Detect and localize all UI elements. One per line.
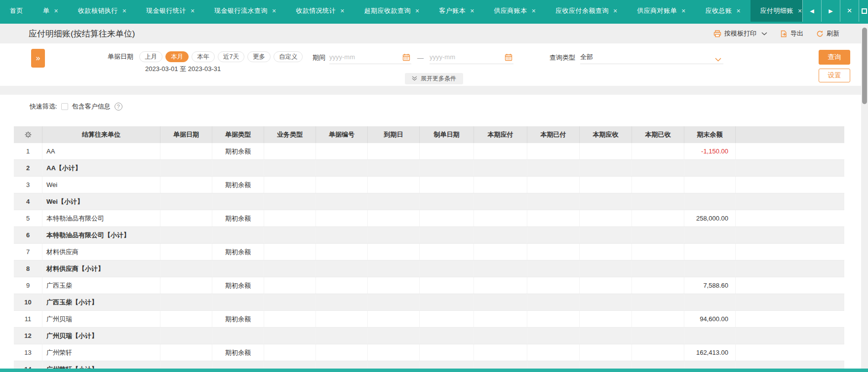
cell-receivable [580,260,632,277]
cell-create-date [420,311,474,327]
tab[interactable]: 供应商对账单× [627,0,695,22]
column-header[interactable]: 单据编号 [316,126,368,143]
cell-doc-date [160,210,212,226]
calendar-icon[interactable] [505,53,513,63]
table-row[interactable]: 4Wei【小计】 [14,193,844,210]
date-preset-pill[interactable]: 更多 [247,51,271,62]
tab[interactable]: 收款情况统计× [286,0,354,22]
printer-icon [713,30,721,37]
refresh-button[interactable]: 刷新 [816,29,839,38]
tab-close-icon[interactable]: × [681,7,685,14]
tab-label: 应付明细账 [760,6,794,15]
cell-row-number: 13 [14,344,42,361]
collapse-filter-rail-button[interactable]: » [31,49,45,68]
settings-button[interactable]: 设置 [819,69,850,82]
period-end-input[interactable] [430,51,498,62]
column-header[interactable]: 期末余额 [684,126,736,143]
fullscreen-icon[interactable] [859,0,868,22]
search-button[interactable]: 查询 [819,50,850,65]
table-row[interactable]: 6本特勒油品有限公司【小计】 [14,227,844,244]
cell-row-number: 9 [14,277,42,294]
tab-scroll-left-button[interactable]: ◀ [802,0,821,22]
cell-biz-type [264,143,316,159]
period-start-input[interactable] [329,51,397,62]
export-button[interactable]: 导出 [780,29,803,38]
column-header[interactable]: 本期应付 [474,126,527,143]
chevron-down-icon[interactable] [761,32,767,36]
expand-more-conditions-button[interactable]: 展开更多条件 [405,73,463,84]
tab[interactable]: 应收总账× [695,0,750,22]
tab-close-icon[interactable]: × [340,7,344,14]
cell-received [632,344,684,361]
table-row[interactable]: 5本特勒油品有限公司期初余额258,000.00 [14,210,844,227]
column-header[interactable]: 到期日 [368,126,420,143]
calendar-icon[interactable] [402,53,410,63]
include-customer-info-checkbox[interactable] [61,103,68,110]
column-header[interactable]: 制单日期 [420,126,474,143]
tab[interactable]: 收款核销执行× [68,0,136,22]
table-row[interactable]: 13广州荣轩期初余额162,413.00 [14,344,844,361]
cell-biz-type [264,277,316,294]
column-header[interactable]: 结算往来单位 [42,126,160,143]
column-header[interactable]: 单据日期 [160,126,212,143]
cell-doc-date [160,311,212,327]
tab[interactable]: 应收应付余额查询× [546,0,627,22]
tab[interactable]: 超期应收款查询× [354,0,429,22]
tab[interactable]: 首页 [0,0,33,22]
cell-due-date [368,277,420,294]
column-header[interactable]: 本期已付 [527,126,580,143]
tab[interactable]: 现金银行统计× [136,0,204,22]
cell-partner-name: AA【小计】 [42,160,160,176]
query-type-select[interactable]: 全部 [580,51,723,64]
cell-biz-type [264,344,316,361]
print-by-template-button[interactable]: 按模板打印 [713,29,767,38]
tab-close-icon[interactable]: × [415,7,419,14]
tab-close-icon[interactable]: × [122,7,126,14]
tab-close-icon[interactable]: × [736,7,740,14]
tab[interactable]: 单× [33,0,68,22]
cell-doc-type [212,260,264,277]
tab[interactable]: 客户账本× [429,0,484,22]
tab-close-icon[interactable]: × [532,7,536,14]
cell-ending-balance: 162,413.00 [684,344,736,361]
help-icon[interactable]: ? [115,103,122,111]
date-preset-pill[interactable]: 本年 [192,51,215,62]
cell-partner-name: 广州荣轩 [42,344,160,361]
column-header[interactable]: 本期应收 [580,126,632,143]
vertical-scrollbar[interactable] [861,24,868,372]
column-header[interactable]: 业务类型 [264,126,316,143]
tab-scroll-right-button[interactable]: ▶ [821,0,840,22]
tab-close-icon[interactable]: × [191,7,195,14]
close-tab-button[interactable]: × [840,0,859,22]
scrollbar-thumb[interactable] [862,28,867,104]
column-header[interactable]: 单据类型 [212,126,264,143]
table-row[interactable]: 2AA【小计】 [14,160,844,177]
tab-close-icon[interactable]: × [613,7,617,14]
column-header[interactable]: 本期已收 [632,126,684,143]
table-row[interactable]: 7材料供应商期初余额 [14,244,844,260]
table-row[interactable]: 3Wei期初余额 [14,177,844,193]
tab[interactable]: 供应商账本× [484,0,546,22]
horizontal-scrollbar[interactable] [0,369,868,372]
table-row[interactable]: 1AA期初余额-1,150.00 [14,143,844,160]
table-row[interactable]: 10广西玉柴【小计】 [14,294,844,311]
table-row[interactable]: 12广州贝瑞【小计】 [14,328,844,344]
date-preset-pill[interactable]: 本月 [165,51,189,62]
cell-filler [736,160,844,176]
tab-close-icon[interactable]: × [272,7,276,14]
table-row[interactable]: 11广州贝瑞期初余额94,600.00 [14,311,844,328]
tab-close-icon[interactable]: × [54,7,58,14]
date-preset-pill[interactable]: 自定义 [274,51,303,62]
tab[interactable]: 现金银行流水查询× [204,0,286,22]
table-row[interactable]: 9广西玉柴期初余额7,588.60 [14,277,844,294]
tab-close-icon[interactable]: × [798,7,802,14]
cell-biz-type [264,177,316,193]
tab-close-icon[interactable]: × [470,7,474,14]
double-chevron-down-icon [412,75,417,82]
table-row[interactable]: 8材料供应商【小计】 [14,260,844,277]
table-settings-gear-icon[interactable] [14,126,42,143]
cell-doc-type: 期初余额 [212,143,264,159]
date-preset-pill[interactable]: 近7天 [218,51,244,62]
date-preset-pill[interactable]: 上月 [139,51,162,62]
cell-receivable [580,244,632,260]
